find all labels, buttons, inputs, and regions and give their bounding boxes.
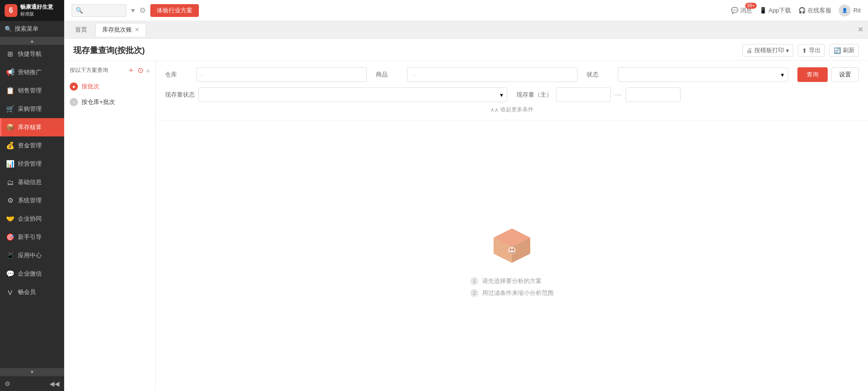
print-dropdown-icon[interactable]: ▾ bbox=[786, 47, 789, 54]
qty-divider: — bbox=[615, 91, 622, 99]
operations-icon: 📊 bbox=[6, 160, 14, 168]
batch-scheme-icon: ● bbox=[70, 82, 78, 91]
member-icon: V bbox=[6, 288, 14, 296]
warehouse-batch-scheme-icon: ○ bbox=[70, 98, 78, 106]
settings-button[interactable]: 设置 bbox=[831, 67, 859, 82]
tab-close-icon[interactable]: ✕ bbox=[135, 27, 139, 33]
sidebar-item-finance[interactable]: 💰 资金管理 bbox=[0, 136, 64, 155]
topbar-settings-icon[interactable]: ⚙ bbox=[139, 6, 146, 15]
sidebar-item-member[interactable]: V 畅会员 bbox=[0, 283, 64, 301]
filter-row-2: 现存量状态 ▾ 现存量（主） — bbox=[165, 87, 859, 102]
messages-icon: 💬 bbox=[731, 7, 738, 14]
svg-point-6 bbox=[512, 249, 514, 250]
basics-icon: 🗂 bbox=[6, 178, 14, 186]
sidebar-scroll-up[interactable]: ▲ bbox=[0, 37, 64, 45]
export-icon: ⬆ bbox=[802, 47, 807, 54]
tab-home[interactable]: 首页 bbox=[69, 23, 93, 37]
sidebar-collapse-btn[interactable]: ◀◀ bbox=[49, 380, 60, 387]
finance-icon: 💰 bbox=[6, 141, 14, 150]
warehouse-filter: 仓库 ··· bbox=[165, 67, 367, 82]
sidebar-item-sales[interactable]: 📋 销售管理 bbox=[0, 81, 64, 100]
filter-row-1: 仓库 ··· 商品 ··· 状态 bbox=[165, 67, 859, 82]
purchase-icon: 🛒 bbox=[6, 105, 14, 113]
inventory-status-select[interactable]: ▾ bbox=[198, 87, 507, 102]
add-scheme-button[interactable]: ＋ bbox=[127, 65, 135, 75]
marketing-icon: 📢 bbox=[6, 68, 14, 76]
messages-button[interactable]: 💬 消息 99+ bbox=[731, 6, 752, 15]
sidebar-item-system[interactable]: ⚙ 系统管理 bbox=[0, 191, 64, 210]
sales-icon: 📋 bbox=[6, 87, 14, 95]
sidebar-scroll-down[interactable]: ▼ bbox=[0, 368, 64, 376]
sidebar-item-enterprise[interactable]: 🤝 企业协同 bbox=[0, 210, 64, 228]
tab-batch-account[interactable]: 库存批次账 ✕ bbox=[95, 23, 146, 37]
sidebar-item-marketing[interactable]: 📢 营销推广 bbox=[0, 63, 64, 81]
sidebar-brand: 畅康通好生意 标准版 bbox=[20, 4, 53, 17]
topbar-right: 💬 消息 99+ 📱 App下载 🎧 在线客服 👤 Rit bbox=[731, 5, 861, 16]
messages-badge: 99+ bbox=[745, 3, 757, 9]
query-button[interactable]: 查询 bbox=[797, 67, 828, 82]
experience-industry-button[interactable]: 体验行业方案 bbox=[150, 4, 199, 17]
refresh-button[interactable]: 🔄 刷新 bbox=[830, 44, 859, 57]
empty-tip-1: 1 请先选择要分析的方案 bbox=[470, 277, 554, 285]
inventory-icon: 📦 bbox=[6, 123, 14, 131]
topbar-search-icon: 🔍 bbox=[76, 7, 83, 14]
inventory-status-dropdown-icon: ▾ bbox=[500, 92, 503, 98]
sidebar: 6 畅康通好生意 标准版 🔍 搜索菜单 ▲ ⊞ 快捷导航 📢 营销推广 📋 销售… bbox=[0, 0, 64, 391]
empty-tips: 1 请先选择要分析的方案 2 用过滤条件来缩小分析范围 bbox=[470, 277, 554, 297]
sidebar-footer: ⚙ ◀◀ bbox=[0, 376, 64, 391]
system-icon: ⚙ bbox=[6, 196, 14, 205]
inventory-qty-filter: 现存量（主） — bbox=[516, 87, 859, 102]
print-icon: 🖨 bbox=[747, 47, 753, 54]
empty-tip-2: 2 用过滤条件来缩小分析范围 bbox=[470, 289, 554, 297]
left-panel: 按以下方案查询 ＋ ⊙ « ● 按批次 ○ 按仓库+批次 bbox=[64, 61, 156, 391]
export-button[interactable]: ⬆ 导出 bbox=[798, 44, 825, 57]
scheme-by-warehouse-batch[interactable]: ○ 按仓库+批次 bbox=[64, 94, 155, 110]
scheme-by-batch[interactable]: ● 按批次 bbox=[64, 79, 155, 94]
product-input[interactable]: ··· bbox=[407, 67, 577, 82]
sidebar-item-inventory[interactable]: 📦 库存核算 bbox=[0, 118, 64, 136]
user-menu[interactable]: 👤 Rit bbox=[839, 5, 861, 16]
sidebar-item-operations[interactable]: 📊 经营管理 bbox=[0, 155, 64, 173]
user-avatar: 👤 bbox=[839, 5, 851, 16]
empty-svg bbox=[484, 215, 539, 270]
app-download-button[interactable]: 📱 App下载 bbox=[759, 6, 791, 15]
sidebar-item-basics[interactable]: 🗂 基础信息 bbox=[0, 173, 64, 191]
left-panel-actions: ＋ ⊙ « bbox=[127, 65, 150, 75]
status-select[interactable]: ▾ bbox=[618, 67, 788, 82]
collapse-panel-button[interactable]: « bbox=[146, 67, 150, 74]
filter-actions: 查询 设置 bbox=[797, 67, 859, 82]
inventory-qty-max-input[interactable] bbox=[626, 87, 681, 102]
product-filter: 商品 ··· bbox=[376, 67, 577, 82]
topbar: 🔍 ▾ ⚙ 体验行业方案 💬 消息 99+ 📱 App下载 🎧 在线客服 bbox=[64, 0, 868, 21]
topbar-search-box[interactable]: 🔍 bbox=[71, 4, 126, 17]
sidebar-item-apps[interactable]: 📱 应用中心 bbox=[0, 246, 64, 265]
empty-illustration bbox=[484, 215, 539, 270]
refresh-icon: 🔄 bbox=[834, 47, 841, 54]
inventory-status-filter: 现存量状态 ▾ bbox=[165, 87, 507, 102]
guide-icon: 🎯 bbox=[6, 233, 14, 241]
online-service-button[interactable]: 🎧 在线客服 bbox=[798, 6, 831, 15]
sidebar-item-purchase[interactable]: 🛒 采购管理 bbox=[0, 100, 64, 118]
topbar-left: 🔍 ▾ ⚙ 体验行业方案 bbox=[71, 4, 199, 17]
weixin-icon: 💬 bbox=[6, 270, 14, 278]
print-button[interactable]: 🖨 按模板打印 ▾ bbox=[742, 44, 793, 57]
sidebar-item-weixin[interactable]: 💬 企业微信 bbox=[0, 265, 64, 283]
content-actions: 🖨 按模板打印 ▾ ⬆ 导出 🔄 刷新 bbox=[742, 44, 859, 57]
inventory-qty-min-input[interactable] bbox=[556, 87, 611, 102]
warehouse-input[interactable]: ··· bbox=[196, 67, 367, 82]
collapse-chevron-icon: ∧∧ bbox=[490, 107, 499, 113]
phone-icon: 📱 bbox=[759, 7, 767, 14]
sidebar-item-guide[interactable]: 🎯 新手引导 bbox=[0, 228, 64, 246]
sidebar-settings-btn[interactable]: ⚙ bbox=[5, 380, 11, 387]
left-panel-header: 按以下方案查询 ＋ ⊙ « bbox=[64, 65, 155, 79]
tabbar-close-all-icon[interactable]: ✕ bbox=[857, 25, 863, 34]
topbar-dropdown-icon[interactable]: ▾ bbox=[131, 6, 135, 15]
settings-scheme-button[interactable]: ⊙ bbox=[137, 66, 143, 75]
sidebar-header: 6 畅康通好生意 标准版 bbox=[0, 0, 64, 21]
sidebar-search[interactable]: 🔍 搜索菜单 bbox=[0, 21, 64, 37]
filter-area: 仓库 ··· 商品 ··· 状态 bbox=[156, 61, 868, 120]
page-title: 现存量查询(按批次) bbox=[73, 45, 145, 56]
svg-point-5 bbox=[510, 249, 511, 250]
collapse-filter-button[interactable]: ∧∧ 收起更多条件 bbox=[165, 102, 859, 114]
sidebar-item-quick-nav[interactable]: ⊞ 快捷导航 bbox=[0, 45, 64, 63]
